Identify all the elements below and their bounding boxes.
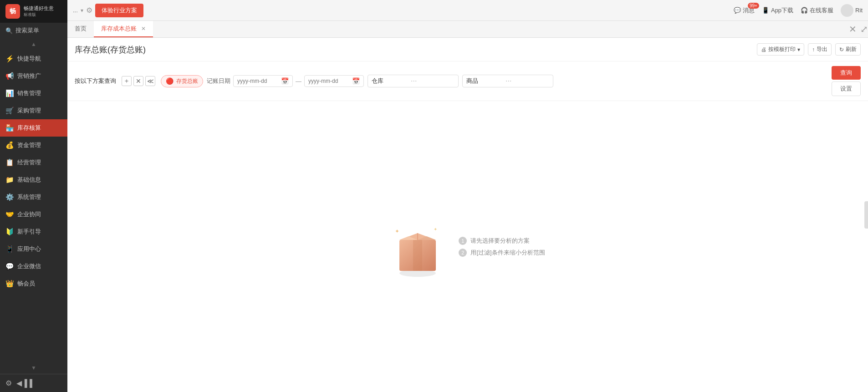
date-start-input-wrap[interactable]: 📅 bbox=[233, 75, 293, 87]
page-collapse-button[interactable]: ✕ ⤢ bbox=[849, 24, 868, 35]
sidebar-item-quick-nav[interactable]: ⚡ 快捷导航 bbox=[0, 50, 67, 67]
date-start-input[interactable] bbox=[237, 78, 278, 84]
appstore-icon: 📱 bbox=[5, 245, 14, 253]
scroll-down-arrow[interactable]: ▼ bbox=[0, 362, 67, 374]
online-service-button[interactable]: 🎧 在线客服 bbox=[801, 6, 833, 15]
inventory-icon: 🏪 bbox=[5, 124, 14, 132]
user-avatar-area[interactable]: Rit bbox=[841, 4, 863, 17]
sidebar-item-vip[interactable]: 👑 畅会员 bbox=[0, 275, 67, 292]
main-area: ... ▾ ⚙ 体验行业方案 💬 消息 99+ 📱 App下载 🎧 在线客服 R… bbox=[67, 0, 868, 392]
speaker-icon[interactable]: ◀▐▐ bbox=[16, 379, 32, 387]
filter-buttons: 查询 设置 bbox=[832, 66, 861, 96]
goods-select[interactable]: 商品 ··· bbox=[462, 75, 553, 87]
sidebar-item-label: 经营管理 bbox=[17, 158, 41, 167]
tab-home[interactable]: 首页 bbox=[67, 21, 94, 37]
sidebar-item-newbie[interactable]: 🔰 新手引导 bbox=[0, 223, 67, 240]
sidebar-item-wechat[interactable]: 💬 企业微信 bbox=[0, 258, 67, 275]
calendar-start-icon[interactable]: 📅 bbox=[281, 77, 289, 85]
sidebar-item-marketing[interactable]: 📢 营销推广 bbox=[0, 67, 67, 85]
query-button[interactable]: 查询 bbox=[832, 66, 861, 80]
settings-bottom-icon[interactable]: ⚙ bbox=[5, 379, 12, 387]
filter-collapse-button[interactable]: ≪ bbox=[145, 76, 155, 86]
export-label: 导出 bbox=[817, 46, 827, 53]
print-icon: 🖨 bbox=[761, 46, 766, 53]
expand-icon: ⤢ bbox=[860, 24, 868, 35]
sidebar-item-label: 基础信息 bbox=[17, 176, 41, 184]
export-button[interactable]: ↑ 导出 bbox=[808, 43, 832, 56]
filter-label: 按以下方案查询 bbox=[75, 77, 116, 85]
sidebar-item-operation[interactable]: 📋 经营管理 bbox=[0, 154, 67, 171]
page-header-actions: 🖨 按模板打印 ▾ ↑ 导出 ↻ 刷新 bbox=[757, 43, 861, 56]
sidebar-item-purchase[interactable]: 🛒 采购管理 bbox=[0, 102, 67, 119]
finance-icon: 💰 bbox=[5, 141, 14, 149]
date-end-input-wrap[interactable]: 📅 bbox=[304, 75, 364, 87]
breadcrumb-text: ... bbox=[73, 7, 78, 14]
logo-edition: 标准版 bbox=[24, 12, 54, 18]
search-icon: 🔍 bbox=[5, 27, 13, 34]
sidebar-item-label: 采购管理 bbox=[17, 107, 41, 115]
sidebar-item-system[interactable]: ⚙️ 系统管理 bbox=[0, 188, 67, 206]
filter-delete-button[interactable]: ✕ bbox=[133, 76, 143, 86]
filter-add-button[interactable]: ＋ bbox=[122, 76, 132, 86]
sidebar-item-label: 营销推广 bbox=[17, 72, 41, 80]
header-gear-icon[interactable]: ⚙ bbox=[86, 6, 92, 15]
up-chevron-icon: ▲ bbox=[31, 41, 36, 47]
warehouse-label: 仓库 bbox=[372, 77, 383, 85]
scheme-dot-icon: 🔴 bbox=[166, 77, 174, 85]
close-x-icon: ✕ bbox=[849, 24, 857, 35]
top-header: ... ▾ ⚙ 体验行业方案 💬 消息 99+ 📱 App下载 🎧 在线客服 R… bbox=[67, 0, 868, 21]
filter-action-buttons: ＋ ✕ ≪ bbox=[122, 76, 155, 86]
hint-text-1: 请先选择要分析的方案 bbox=[470, 237, 530, 245]
industry-button[interactable]: 体验行业方案 bbox=[95, 4, 143, 17]
calendar-end-icon[interactable]: 📅 bbox=[352, 77, 360, 85]
warehouse-select[interactable]: 仓库 ··· bbox=[368, 75, 459, 87]
tab-inventory-ledger[interactable]: 库存成本总账 ✕ bbox=[94, 21, 153, 37]
empty-hint-2: 2 用[过滤]条件来缩小分析范围 bbox=[459, 249, 545, 257]
sidebar-item-label: 销售管理 bbox=[17, 89, 41, 97]
sidebar-item-sales[interactable]: 📊 销售管理 bbox=[0, 85, 67, 102]
newbie-icon: 🔰 bbox=[5, 228, 14, 236]
export-icon: ↑ bbox=[812, 46, 815, 53]
sidebar-item-inventory[interactable]: 🏪 库存核算 bbox=[0, 119, 67, 137]
vip-icon: 👑 bbox=[5, 280, 14, 288]
sidebar-search[interactable]: 🔍 搜索菜单 bbox=[0, 23, 67, 38]
tabs-bar: 首页 库存成本总账 ✕ ✕ ⤢ bbox=[67, 21, 868, 38]
breadcrumb-dropdown-icon[interactable]: ▾ bbox=[81, 7, 83, 14]
scroll-up-arrow[interactable]: ▲ bbox=[0, 38, 67, 50]
refresh-button[interactable]: ↻ 刷新 bbox=[835, 43, 861, 56]
scheme-badge[interactable]: 🔴 存货总账 bbox=[161, 75, 203, 87]
goods-more-icon[interactable]: ··· bbox=[505, 77, 511, 85]
user-name: Rit bbox=[855, 7, 863, 14]
header-right-area: 💬 消息 99+ 📱 App下载 🎧 在线客服 Rit bbox=[734, 4, 863, 17]
sidebar-item-appstore[interactable]: 📱 应用中心 bbox=[0, 240, 67, 258]
tab-home-label: 首页 bbox=[75, 25, 87, 33]
phone-icon: 📱 bbox=[762, 7, 769, 14]
sidebar-item-basic[interactable]: 📁 基础信息 bbox=[0, 171, 67, 188]
user-avatar bbox=[841, 4, 853, 17]
date-end-input[interactable] bbox=[308, 78, 349, 84]
print-template-button[interactable]: 🖨 按模板打印 ▾ bbox=[757, 43, 804, 56]
online-service-label: 在线客服 bbox=[810, 6, 833, 15]
sidebar-item-label: 新手引导 bbox=[17, 228, 41, 236]
page-header: 库存总账(存货总账) 🖨 按模板打印 ▾ ↑ 导出 ↻ 刷新 bbox=[67, 38, 868, 61]
sidebar-item-label: 畅会员 bbox=[17, 280, 35, 288]
warehouse-more-icon[interactable]: ··· bbox=[411, 77, 417, 85]
empty-illustration: ✦ ✦ bbox=[390, 219, 445, 274]
filter-settings-button[interactable]: 设置 bbox=[832, 81, 861, 96]
hint-number-2: 2 bbox=[459, 249, 467, 257]
sidebar: 畅 畅捷通好生意 标准版 🔍 搜索菜单 ▲ ⚡ 快捷导航 📢 营销推广 📊 销售… bbox=[0, 0, 67, 392]
marketing-icon: 📢 bbox=[5, 72, 14, 80]
message-icon: 💬 bbox=[734, 7, 741, 14]
empty-box-svg: ✦ ✦ bbox=[390, 219, 445, 279]
tab-inventory-ledger-label: 库存成本总账 bbox=[101, 25, 137, 33]
sidebar-search-label: 搜索菜单 bbox=[15, 26, 39, 35]
sidebar-item-enterprise[interactable]: 🤝 企业协同 bbox=[0, 206, 67, 223]
date-label: 记账日期 bbox=[207, 77, 230, 85]
breadcrumb-area: ... ▾ ⚙ 体验行业方案 bbox=[73, 4, 730, 17]
right-panel-indicator[interactable] bbox=[864, 201, 868, 229]
app-download-button[interactable]: 📱 App下载 bbox=[762, 6, 793, 15]
logo-icon: 畅 bbox=[5, 4, 20, 19]
sidebar-item-finance[interactable]: 💰 资金管理 bbox=[0, 137, 67, 154]
messages-button[interactable]: 💬 消息 99+ bbox=[734, 6, 755, 15]
tab-close-icon[interactable]: ✕ bbox=[141, 25, 146, 32]
